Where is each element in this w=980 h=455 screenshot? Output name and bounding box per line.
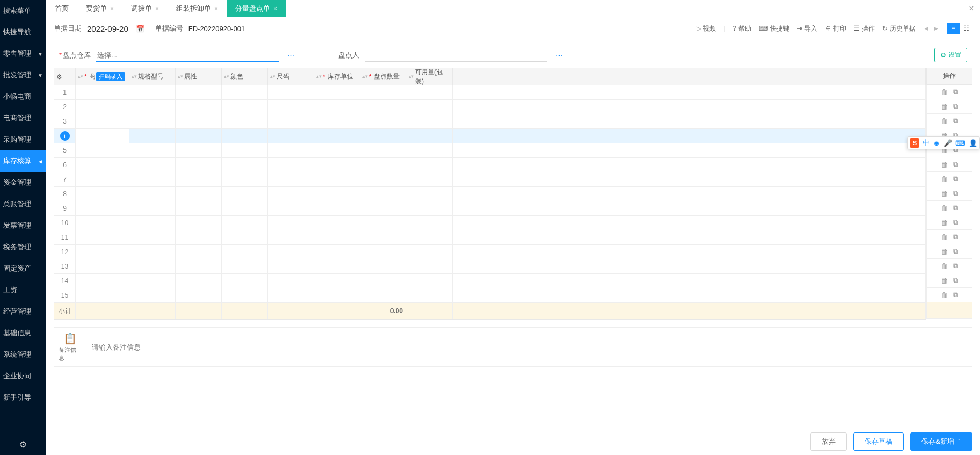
sidebar-item-4[interactable]: 小畅电商 xyxy=(0,86,46,107)
copy-icon[interactable]: ⧉ xyxy=(953,189,958,198)
ime-mic-icon[interactable]: 🎤 xyxy=(943,139,952,147)
copy-icon[interactable]: ⧉ xyxy=(953,175,958,183)
hdr-unit[interactable]: ▴▾*库存单位 xyxy=(314,68,360,85)
tool-operate[interactable]: ☰ 操作 xyxy=(854,24,875,33)
table-row[interactable]: 6 xyxy=(54,158,926,172)
tabs-close-all[interactable]: × xyxy=(963,4,980,13)
sidebar-item-12[interactable]: 固定资产 xyxy=(0,258,46,279)
hdr-spec[interactable]: ▴▾规格型号 xyxy=(129,68,176,85)
delete-icon[interactable]: 🗑 xyxy=(941,219,948,227)
close-icon[interactable]: × xyxy=(155,5,159,12)
date-value[interactable]: 2022-09-20 xyxy=(87,24,128,33)
copy-icon[interactable]: ⧉ xyxy=(953,247,958,256)
tool-help[interactable]: ? 帮助 xyxy=(733,24,752,33)
copy-icon[interactable]: ⧉ xyxy=(953,262,958,270)
delete-icon[interactable]: 🗑 xyxy=(941,233,948,241)
sidebar-item-16[interactable]: 系统管理 xyxy=(0,344,46,365)
scan-badge[interactable]: 扫码录入 xyxy=(96,72,125,81)
copy-icon[interactable]: ⧉ xyxy=(953,204,958,212)
delete-icon[interactable]: 🗑 xyxy=(941,88,948,96)
nav-prev-icon[interactable]: ◄ xyxy=(923,25,930,32)
sidebar-item-11[interactable]: 税务管理 xyxy=(0,236,46,258)
close-icon[interactable]: × xyxy=(214,5,218,12)
sidebar-item-7[interactable]: 库存核算◄ xyxy=(0,150,46,172)
table-row[interactable]: 3 xyxy=(54,114,926,129)
copy-icon[interactable]: ⧉ xyxy=(953,233,958,241)
tab-1[interactable]: 要货单× xyxy=(77,0,122,17)
hdr-qty[interactable]: ▴▾*盘点数量 xyxy=(360,68,406,85)
table-row[interactable]: 5 xyxy=(54,143,926,158)
tool-print[interactable]: 🖨 打印 xyxy=(825,24,846,33)
table-row[interactable]: 10 xyxy=(54,216,926,230)
sidebar-item-9[interactable]: 总账管理 xyxy=(0,193,46,215)
view-grid-icon[interactable]: ☷ xyxy=(960,23,972,34)
close-icon[interactable]: × xyxy=(110,5,114,12)
hdr-avail[interactable]: ▴▾可用量(包装) xyxy=(406,68,453,85)
table-row[interactable]: 11 xyxy=(54,230,926,245)
table-row[interactable]: 13 xyxy=(54,259,926,274)
sidebar-item-0[interactable]: 搜索菜单 xyxy=(0,0,46,21)
tool-video[interactable]: ▷ 视频 xyxy=(696,24,716,33)
hdr-color[interactable]: ▴▾颜色 xyxy=(222,68,268,85)
table-row[interactable]: 7 xyxy=(54,172,926,187)
ime-emoji-icon[interactable]: ☻ xyxy=(933,139,940,147)
sidebar-item-5[interactable]: 电商管理 xyxy=(0,107,46,129)
sidebar-item-2[interactable]: 零售管理▼ xyxy=(0,43,46,64)
delete-icon[interactable]: 🗑 xyxy=(941,175,948,183)
hdr-product[interactable]: ▴▾*商品 扫码录入 xyxy=(76,68,129,85)
save-new-button[interactable]: 保存&新增 ˄ xyxy=(910,432,972,451)
sidebar-item-15[interactable]: 基础信息 xyxy=(0,322,46,344)
copy-icon[interactable]: ⧉ xyxy=(953,160,958,169)
sidebar-item-18[interactable]: 新手引导 xyxy=(0,387,46,408)
person-input[interactable] xyxy=(365,49,547,62)
copy-icon[interactable]: ⧉ xyxy=(953,218,958,227)
tool-import[interactable]: ⇥ 导入 xyxy=(797,24,817,33)
sidebar-item-13[interactable]: 工资 xyxy=(0,279,46,301)
hdr-attr[interactable]: ▴▾属性 xyxy=(176,68,222,85)
delete-icon[interactable]: 🗑 xyxy=(941,262,948,270)
tab-4[interactable]: 分量盘点单× xyxy=(227,0,286,17)
copy-icon[interactable]: ⧉ xyxy=(953,291,958,299)
add-row-icon[interactable]: + xyxy=(60,131,70,141)
close-icon[interactable]: × xyxy=(273,5,277,12)
delete-icon[interactable]: 🗑 xyxy=(941,190,948,198)
delete-icon[interactable]: 🗑 xyxy=(941,291,948,299)
hdr-gear[interactable]: ⚙ xyxy=(54,68,76,85)
sidebar-item-10[interactable]: 发票管理 xyxy=(0,215,46,236)
delete-icon[interactable]: 🗑 xyxy=(941,161,948,169)
delete-icon[interactable]: 🗑 xyxy=(941,103,948,111)
table-row[interactable]: 2 xyxy=(54,100,926,114)
tool-shortcut[interactable]: ⌨ 快捷键 xyxy=(759,24,789,33)
delete-icon[interactable]: 🗑 xyxy=(941,277,948,285)
table-row[interactable]: 8 xyxy=(54,187,926,201)
sidebar-item-3[interactable]: 批发管理▼ xyxy=(0,64,46,86)
copy-icon[interactable]: ⧉ xyxy=(953,88,958,96)
table-row[interactable]: 12 xyxy=(54,245,926,259)
person-more-icon[interactable]: ⋯ xyxy=(556,51,564,59)
copy-icon[interactable]: ⧉ xyxy=(953,117,958,125)
discard-button[interactable]: 放弃 xyxy=(810,432,847,451)
table-row[interactable]: 9 xyxy=(54,201,926,216)
sidebar-item-14[interactable]: 经营管理 xyxy=(0,301,46,322)
warehouse-input[interactable] xyxy=(96,49,279,62)
gear-icon[interactable]: ⚙ xyxy=(19,440,27,449)
ime-lang[interactable]: 中 xyxy=(923,138,930,148)
sidebar-item-8[interactable]: 资金管理 xyxy=(0,172,46,193)
copy-icon[interactable]: ⧉ xyxy=(953,276,958,285)
table-row[interactable]: + xyxy=(54,129,926,143)
tab-3[interactable]: 组装拆卸单× xyxy=(168,0,227,17)
sidebar-item-6[interactable]: 采购管理 xyxy=(0,129,46,150)
table-row[interactable]: 15 xyxy=(54,288,926,303)
warehouse-more-icon[interactable]: ⋯ xyxy=(287,51,295,59)
nav-next-icon[interactable]: ► xyxy=(933,25,939,32)
tab-2[interactable]: 调拨单× xyxy=(122,0,168,17)
product-input[interactable] xyxy=(76,129,129,143)
copy-icon[interactable]: ⧉ xyxy=(953,102,958,111)
save-draft-button[interactable]: 保存草稿 xyxy=(853,432,904,451)
remarks-input[interactable] xyxy=(86,328,972,366)
ime-keyboard-icon[interactable]: ⌨ xyxy=(955,139,966,147)
sidebar-item-17[interactable]: 企业协同 xyxy=(0,365,46,387)
settings-button[interactable]: ⚙ 设置 xyxy=(934,48,967,62)
delete-icon[interactable]: 🗑 xyxy=(941,204,948,212)
ime-person-icon[interactable]: 👤 xyxy=(969,139,977,147)
